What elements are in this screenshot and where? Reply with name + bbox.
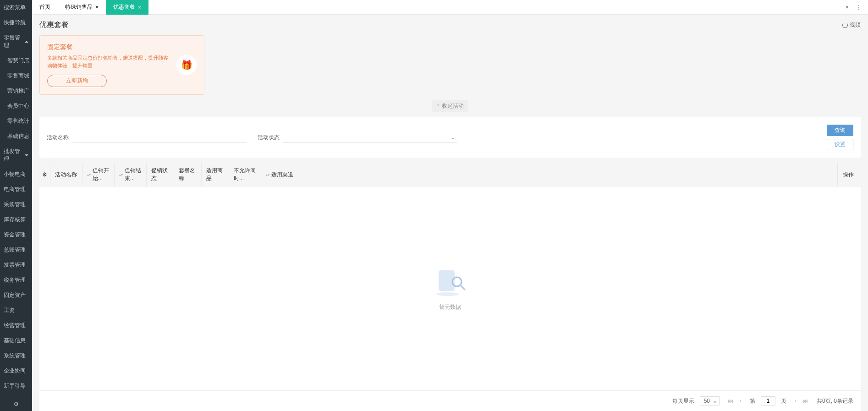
tab-label: 首页 [39,3,50,11]
sidebar-sub-retailstats[interactable]: 零售统计 [0,114,32,129]
prev-page-icon[interactable]: ‹ [737,397,744,405]
th-package-name[interactable]: 套餐名称 [174,163,202,186]
page-refresh[interactable]: 视频 [842,21,861,29]
svg-line-1 [460,285,465,290]
activity-name-input[interactable] [72,132,247,143]
page-nav: ⏮ ‹ [725,397,744,405]
tab-special-sales[interactable]: 特殊销售品× [58,0,106,15]
th-label: 促销状态 [151,167,169,182]
th-products[interactable]: 适用商品 [202,163,229,186]
main: 首页 特殊销售品× 优惠套餐× × ⋮ 优惠套餐 视频 固定套餐 多款相关商品固… [32,0,868,411]
th-label: 适用渠道 [271,171,293,179]
tab-home[interactable]: 首页 [32,0,58,15]
sidebar-item-salary[interactable]: 工资 [0,303,32,318]
sidebar-item-xiaochang[interactable]: 小畅电商 [0,167,32,182]
tabs-right-actions: × ⋮ [843,2,868,12]
per-page-select[interactable]: 50 [700,396,720,406]
gear-icon: ⚙ [14,401,19,407]
page-header: 优惠套餐 视频 [32,15,868,35]
th-promo-end[interactable]: ▴▾促销结束... [115,163,147,186]
th-promo-start[interactable]: ▴▾促销开始... [82,163,115,186]
last-page-icon[interactable]: ⏭ [800,397,811,405]
more-icon[interactable]: ⋮ [853,2,864,12]
next-page-icon[interactable]: › [792,397,799,405]
gear-icon: ⚙ [42,171,47,178]
sidebar-item-enterprise[interactable]: 企业协同 [0,363,32,378]
sort-icon: ▴▾ [87,174,91,176]
th-channel[interactable]: ▴▾适用渠道 [261,163,838,186]
sidebar-item-assets[interactable]: 固定资产 [0,288,32,303]
filter-status-label: 活动状态 [258,134,280,142]
th-label: 促销开始... [93,167,110,182]
table-header: ⚙ 活动名称 ▴▾促销开始... ▴▾促销结束... 促销状态 套餐名称 适用商… [39,163,861,186]
sort-icon: ▴▾ [119,174,123,176]
chevron-down-icon: ⌄ [451,134,456,141]
sidebar-search[interactable]: 搜索菜单 [0,0,32,15]
svg-point-2 [436,292,459,296]
sidebar-item-ledger[interactable]: 总账管理 [0,242,32,258]
close-icon[interactable]: × [138,4,141,11]
th-promo-status[interactable]: 促销状态 [147,163,174,186]
filter-name-label: 活动名称 [47,134,69,142]
gift-icon: 🎁 [181,60,192,71]
tab-promo-package[interactable]: 优惠套餐× [106,0,148,15]
sidebar-item-business[interactable]: 经营管理 [0,318,32,333]
th-label: 促销结束... [125,167,142,182]
th-action: 操作 [838,163,861,186]
close-all-icon[interactable]: × [843,2,852,12]
sidebar-item-tax[interactable]: 税务管理 [0,273,32,288]
sidebar-item-system[interactable]: 系统管理 [0,348,32,363]
sidebar-item-baseinfo2[interactable]: 基础信息 [0,333,32,348]
pagination: 每页显示 50 ⏮ ‹ 第 页 › ⏭ 共0页, 0条记录 [39,390,861,411]
sidebar-item-invoice[interactable]: 发票管理 [0,258,32,273]
empty-icon [432,266,468,298]
first-page-icon[interactable]: ⏮ [725,397,736,405]
sidebar-sub-baseinfo[interactable]: 基础信息 [0,129,32,144]
activity-status-select[interactable]: ⌄ [283,132,457,143]
per-page-label: 每页显示 [672,397,694,405]
sidebar-sub-marketing[interactable]: 营销推广 [0,83,32,99]
sidebar-item-guide[interactable]: 新手引导 [0,378,32,394]
query-button[interactable]: 查询 [827,125,853,136]
sidebar-settings-icon[interactable]: ⚙ [0,397,32,411]
sidebar: 搜索菜单 快捷导航 零售管理 智慧门店 零售商城 营销推广 会员中心 零售统计 … [0,0,32,411]
filter-panel: 活动名称 活动状态 ⌄ 查询 设置 [39,117,861,158]
filter-name: 活动名称 [47,132,247,143]
close-icon[interactable]: × [95,4,99,11]
collapse-activities[interactable]: 收起活动 [432,100,468,112]
page-input[interactable] [761,396,775,406]
th-disallow[interactable]: 不允许同时... [229,163,261,186]
sidebar-item-quicknav[interactable]: 快捷导航 [0,15,32,30]
promo-icon-wrap: 🎁 [176,55,197,75]
settings-button[interactable]: 设置 [827,139,853,150]
table-settings-icon[interactable]: ⚙ [39,163,50,186]
filter-actions: 查询 设置 [827,125,853,150]
refresh-label: 视频 [850,21,861,29]
sidebar-item-retail[interactable]: 零售管理 [0,30,32,53]
sort-icon: ▴▾ [266,174,269,176]
th-label: 套餐名称 [179,167,197,182]
page-suffix: 页 [781,397,786,405]
page-summary: 共0页, 0条记录 [817,397,853,405]
th-label: 活动名称 [55,171,77,179]
sidebar-item-wholesale[interactable]: 批发管理 [0,144,32,167]
refresh-icon [842,22,848,28]
promo-card-desc: 多款相关商品固定总价打包销售，赠送搭配，提升顾客购物体验，提升销量 [47,54,169,69]
sidebar-item-funds[interactable]: 资金管理 [0,227,32,242]
th-label: 适用商品 [206,167,224,182]
promo-card-title: 固定套餐 [47,43,169,51]
sidebar-item-ecommerce[interactable]: 电商管理 [0,182,32,197]
content: 固定套餐 多款相关商品固定总价打包销售，赠送搭配，提升顾客购物体验，提升销量 立… [32,35,868,411]
th-activity-name[interactable]: 活动名称 [50,163,82,186]
sidebar-sub-smartstore[interactable]: 智慧门店 [0,53,32,68]
promo-add-button[interactable]: 立即新增 [47,75,107,87]
empty-text: 暂无数据 [439,303,461,311]
promo-card: 固定套餐 多款相关商品固定总价打包销售，赠送搭配，提升顾客购物体验，提升销量 立… [39,35,204,95]
sidebar-item-inventory[interactable]: 库存核算 [0,212,32,227]
sidebar-item-purchase[interactable]: 采购管理 [0,197,32,212]
tabs-bar: 首页 特殊销售品× 优惠套餐× × ⋮ [32,0,868,15]
sidebar-sub-retailmall[interactable]: 零售商城 [0,68,32,83]
sidebar-sub-member[interactable]: 会员中心 [0,99,32,114]
th-label: 不允许同时... [234,167,256,182]
tab-label: 特殊销售品 [65,3,93,11]
